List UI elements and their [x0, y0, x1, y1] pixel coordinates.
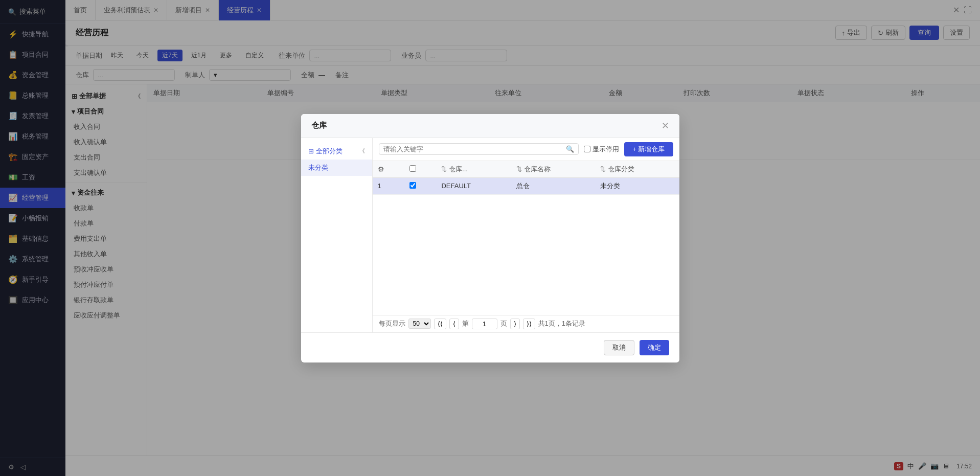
dialog-next-btn[interactable]: ⟩	[510, 319, 520, 329]
show-disabled-text: 显示停用	[592, 145, 619, 154]
dialog-toolbar: 🔍 显示停用 + 新增仓库	[373, 138, 679, 161]
dialog-left-panel: ⊞ 全部分类 《 未分类	[301, 138, 373, 332]
cancel-button[interactable]: 取消	[604, 340, 634, 355]
dialog-body: ⊞ 全部分类 《 未分类 🔍 显示停用 + 新增仓库	[301, 138, 679, 332]
row-name: 总仓	[511, 177, 595, 194]
row-check[interactable]	[404, 177, 436, 194]
dialog-search-box[interactable]: 🔍	[379, 143, 579, 155]
col-warehouse-code: ⇅ 仓库...	[436, 161, 511, 178]
dialog-main-area: 🔍 显示停用 + 新增仓库 ⚙	[373, 138, 679, 332]
dialog-last-btn[interactable]: ⟩⟩	[523, 319, 535, 329]
dialog-per-page-select[interactable]: 50	[408, 319, 431, 329]
search-icon2: 🔍	[566, 145, 574, 153]
dialog-header: 仓库 ✕	[301, 114, 679, 138]
warehouse-table: ⚙ ⇅ 仓库... ⇅ 仓库名称 ⇅ 仓库分类	[373, 161, 679, 195]
col-checkbox	[404, 161, 436, 178]
sort-icon3: ⇅	[600, 165, 606, 173]
dialog-page-input[interactable]	[472, 319, 497, 329]
row-code: DEFAULT	[436, 177, 511, 194]
dialog-page-suffix: 页	[500, 319, 507, 328]
per-page-label2: 每页显示	[379, 319, 405, 328]
sort-icon2: ⇅	[516, 165, 522, 173]
add-warehouse-btn[interactable]: + 新增仓库	[624, 142, 673, 156]
row-num: 1	[373, 177, 404, 194]
confirm-button[interactable]: 确定	[640, 340, 669, 355]
select-all-checkbox[interactable]	[409, 165, 416, 172]
row-checkbox[interactable]	[409, 182, 416, 189]
warehouse-row[interactable]: 1 DEFAULT 总仓 未分类	[373, 177, 679, 194]
col-settings: ⚙	[373, 161, 404, 178]
dialog-table: ⚙ ⇅ 仓库... ⇅ 仓库名称 ⇅ 仓库分类	[373, 161, 679, 315]
dialog-page-label: 第	[462, 319, 469, 328]
row-category: 未分类	[595, 177, 679, 194]
dialog-prev-btn[interactable]: ⟨	[449, 319, 459, 329]
dialog-close-btn[interactable]: ✕	[662, 120, 669, 131]
sort-icon: ⇅	[441, 165, 447, 173]
warehouse-dialog: 仓库 ✕ ⊞ 全部分类 《 未分类 🔍	[301, 114, 679, 362]
show-disabled-checkbox[interactable]	[584, 146, 590, 152]
dialog-first-btn[interactable]: ⟨⟨	[434, 319, 446, 329]
collapse-left-icon[interactable]: 《	[359, 147, 365, 155]
dialog-actions: 取消 确定	[301, 332, 679, 362]
dialog-search-input[interactable]	[383, 145, 566, 153]
dialog-title: 仓库	[311, 121, 327, 130]
dialog-all-category[interactable]: ⊞ 全部分类 《	[301, 143, 372, 160]
col-warehouse-category: ⇅ 仓库分类	[595, 161, 679, 178]
dialog-overlay: 仓库 ✕ ⊞ 全部分类 《 未分类 🔍	[0, 0, 980, 476]
dialog-total: 共1页，1条记录	[538, 319, 585, 328]
dialog-left-uncategorized[interactable]: 未分类	[301, 160, 372, 176]
show-disabled-label[interactable]: 显示停用	[584, 145, 619, 154]
col-warehouse-name: ⇅ 仓库名称	[511, 161, 595, 178]
grid-icon2: ⊞	[308, 147, 314, 155]
dialog-footer-bar: 每页显示 50 ⟨⟨ ⟨ 第 页 ⟩ ⟩⟩ 共1页，1条记录	[373, 315, 679, 332]
all-category-label: 全部分类	[316, 147, 343, 156]
